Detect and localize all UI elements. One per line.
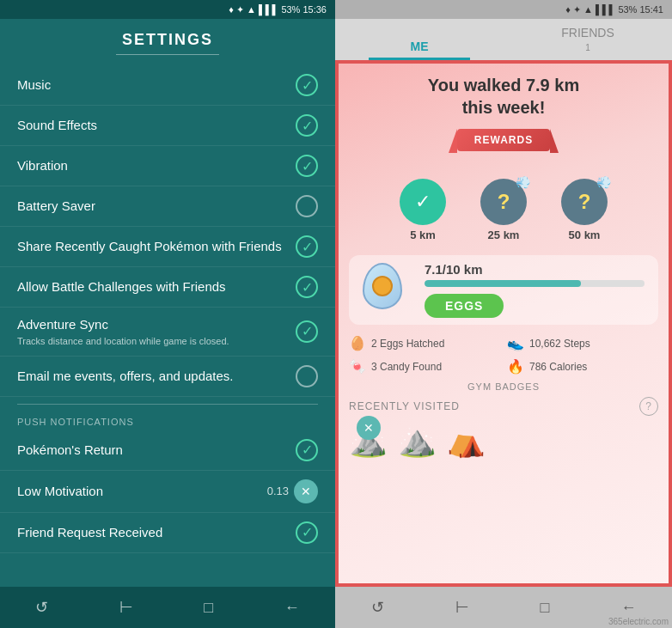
nav-arrow-icon-r[interactable]: ← [620, 599, 636, 617]
mountain-icon-3: ⛺ [447, 423, 486, 458]
status-icons-left: ♦ ✦ ▲ ▌▌▌ 53% 15:36 [229, 4, 327, 15]
setting-item-7[interactable]: Email me events, offers, and updates. [0, 357, 335, 397]
setting-check-0[interactable]: ✓ [296, 74, 318, 96]
tab-friends[interactable]: FRIENDS 1 [504, 26, 672, 60]
notification-item-2[interactable]: Friend Request Received ✓ [0, 513, 335, 553]
settings-title: SETTINGS [0, 19, 335, 54]
calories-text: 786 Calories [529, 361, 587, 373]
tab-me-label: ME [411, 40, 429, 53]
reward-bubble-25km: ? 💨 [480, 179, 527, 225]
stats-row-2: 🍬 3 Candy Found 🔥 786 Calories [349, 358, 658, 375]
activity-content: You walked 7.9 kmthis week! REWARDS ✓ 5 … [335, 60, 672, 587]
settings-list: Music ✓ Sound Effects ✓ Vibration ✓ Batt… [0, 62, 335, 587]
setting-item-0[interactable]: Music ✓ [0, 65, 335, 106]
nav-refresh-icon-r[interactable]: ↺ [371, 598, 384, 617]
gym-close-icon-1[interactable]: ✕ [357, 416, 381, 440]
setting-label-2: Vibration [17, 157, 296, 174]
egg-image [363, 263, 411, 318]
reward-bubble-50km: ? 💨 [561, 179, 608, 225]
setting-check-3[interactable] [296, 195, 318, 217]
tab-me[interactable]: ME [335, 40, 504, 60]
check-icon: ✓ [302, 77, 313, 94]
setting-item-4[interactable]: Share Recently Caught Pokémon with Frien… [0, 227, 335, 267]
setting-label-4: Share Recently Caught Pokémon with Frien… [17, 238, 296, 255]
setting-item-2[interactable]: Vibration ✓ [0, 146, 335, 186]
notif-value-1: 0.13 [267, 485, 289, 497]
reward-label-5km: 5 km [410, 229, 436, 241]
recently-visited-label: RECENTLY VISITED [349, 400, 460, 412]
reward-bubble-5km: ✓ [400, 179, 446, 225]
status-bar-right: ♦ ✦ ▲ ▌▌▌ 53% 15:41 [335, 0, 672, 19]
notif-label-2: Friend Request Received [17, 524, 296, 541]
notif-check-2[interactable]: ✓ [296, 521, 318, 544]
notif-right-0: ✓ [296, 439, 318, 461]
steps-icon: 👟 [507, 335, 524, 351]
egg-section: 7.1/10 km EGGS [349, 255, 658, 325]
notif-label-1: Low Motivation [17, 483, 267, 500]
egg-shape [363, 263, 402, 309]
notification-item-0[interactable]: Pokémon's Return ✓ [0, 430, 335, 471]
stat-steps: 👟 10,662 Steps [507, 335, 658, 351]
check-icon: ✓ [302, 239, 313, 255]
setting-check-7[interactable] [296, 365, 318, 387]
question-icon-25: ? [498, 190, 510, 214]
nav-back-icon[interactable]: ⊢ [119, 598, 133, 617]
setting-check-1[interactable]: ✓ [296, 114, 318, 137]
setting-item-5[interactable]: Allow Battle Challenges with Friends ✓ [0, 267, 335, 308]
candy-text: 3 Candy Found [371, 361, 442, 373]
tab-friends-badge: 1 [585, 43, 590, 52]
calories-icon: 🔥 [507, 358, 524, 375]
status-icons-right: ♦ ✦ ▲ ▌▌▌ 53% 15:41 [565, 4, 663, 15]
setting-item-3[interactable]: Battery Saver [0, 186, 335, 227]
setting-label-5: Allow Battle Challenges with Friends [17, 278, 296, 296]
right-screen: ♦ ✦ ▲ ▌▌▌ 53% 15:41 ME FRIENDS 1 You wal… [335, 0, 672, 628]
setting-label-6: Adventure Sync Tracks distance and locat… [17, 316, 296, 347]
settings-divider [116, 54, 219, 55]
setting-check-5[interactable]: ✓ [296, 276, 318, 298]
left-screen: ♦ ✦ ▲ ▌▌▌ 53% 15:36 SETTINGS Music ✓ Sou… [0, 0, 335, 628]
reward-50km: ? 💨 50 km [561, 179, 608, 241]
nav-home-icon[interactable]: □ [204, 599, 213, 617]
stat-eggs-hatched: 🥚 2 Eggs Hatched [349, 335, 500, 351]
rewards-icons: ✓ 5 km ? 💨 25 km ? 💨 50 km [349, 179, 658, 241]
nav-home-icon-r[interactable]: □ [541, 599, 550, 617]
egg-km: 7.1/10 km [425, 262, 645, 277]
stat-candy: 🍬 3 Candy Found [349, 358, 500, 375]
setting-check-6[interactable]: ✓ [296, 320, 318, 343]
eggs-button[interactable]: EGGS [425, 294, 504, 318]
notif-right-1: 0.13 ✕ [267, 479, 318, 503]
egg-progress-fill [425, 280, 581, 287]
eggs-hatched-text: 2 Eggs Hatched [371, 338, 444, 350]
nav-back-icon-r[interactable]: ⊢ [455, 598, 469, 617]
recently-visited-bar: RECENTLY VISITED ? [349, 397, 658, 416]
rewards-banner: REWARDS [457, 129, 550, 151]
bottom-nav-left: ↺ ⊢ □ ← [0, 587, 335, 628]
setting-check-2[interactable]: ✓ [296, 155, 318, 177]
steps-text: 10,662 Steps [529, 338, 590, 350]
gym-section: GYM BADGES RECENTLY VISITED ? ✕ ⛰️ ⛰️ ⛺ [349, 381, 658, 459]
setting-check-4[interactable]: ✓ [296, 235, 318, 258]
question-help-icon[interactable]: ? [639, 397, 658, 416]
watermark: 365electric.com [608, 617, 669, 626]
check-icon: ✓ [302, 323, 313, 339]
stat-calories: 🔥 786 Calories [507, 358, 658, 375]
gym-item-2: ⛰️ [398, 423, 437, 459]
setting-item-1[interactable]: Sound Effects ✓ [0, 106, 335, 146]
puff-icon-25: 💨 [516, 175, 530, 189]
setting-item-6[interactable]: Adventure Sync Tracks distance and locat… [0, 308, 335, 357]
check-icon: ✓ [302, 158, 313, 174]
eggs-hatched-icon: 🥚 [349, 335, 366, 351]
check-icon: ✓ [302, 279, 313, 296]
egg-progress-bar [425, 280, 645, 287]
tab-friends-label: FRIENDS [561, 26, 614, 40]
mountain-icon-2: ⛰️ [398, 423, 437, 458]
notif-close-btn-1[interactable]: ✕ [294, 479, 318, 503]
nav-refresh-icon[interactable]: ↺ [35, 598, 48, 617]
setting-label-0: Music [17, 76, 296, 94]
notification-item-1[interactable]: Low Motivation 0.13 ✕ [0, 471, 335, 513]
walked-title: You walked 7.9 kmthis week! [349, 74, 658, 119]
notif-check-0[interactable]: ✓ [296, 439, 318, 461]
egg-progress-area: 7.1/10 km EGGS [425, 262, 645, 318]
nav-arrow-icon[interactable]: ← [284, 599, 300, 617]
setting-label-1: Sound Effects [17, 117, 296, 134]
